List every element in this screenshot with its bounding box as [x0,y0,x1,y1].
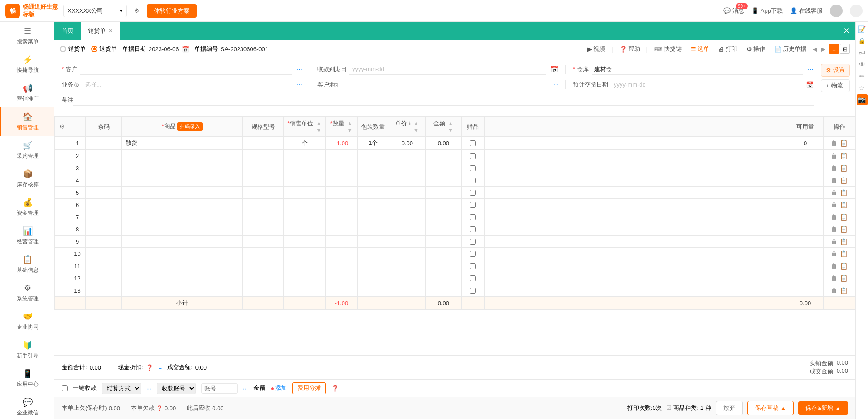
copy-row-button[interactable]: 📋 [840,177,848,184]
print-btn[interactable]: 🖨 打印 [716,43,740,54]
sidebar-item-collab[interactable]: 🤝 企业协同 [0,307,54,336]
radio-return[interactable]: 退货单 [91,45,117,53]
save-new-button[interactable]: 保存&新增 ▲ [798,401,848,415]
app-download-button[interactable]: 📱 App下载 [752,7,783,15]
copy-row-button[interactable]: 📋 [840,262,848,270]
help-debt-icon[interactable]: ❓ [156,405,163,411]
abandon-button[interactable]: 放弃 [716,401,743,415]
rp-tag-icon[interactable]: 🏷 [857,47,868,58]
next-record-icon[interactable]: ▶ [821,46,825,53]
delete-row-button[interactable]: 🗑 [831,140,837,147]
shortcut-btn[interactable]: ⌨ 快捷键 [651,43,684,54]
delete-row-button[interactable]: 🗑 [831,177,837,184]
salesperson-input[interactable] [82,79,292,90]
sidebar-item-marketing[interactable]: 📢 营销推广 [0,79,54,107]
delete-row-button[interactable]: 🗑 [831,226,837,233]
radio-sales[interactable]: 销货单 [60,45,86,53]
rp-lock-icon[interactable]: 🔒 [857,35,868,46]
gift-checkbox[interactable] [470,153,476,159]
account-select[interactable]: 收款账号 [157,383,196,394]
copy-row-button[interactable]: 📋 [840,275,848,282]
trial-button[interactable]: 体验行业方案 [147,4,197,18]
topbar-settings-button[interactable]: ⚙ [131,5,143,17]
remarks-input[interactable] [73,95,814,106]
settlement-method-select[interactable]: 结算方式 [102,383,141,394]
prev-record-icon[interactable]: ◀ [813,46,817,53]
one-click-payment-checkbox[interactable] [62,385,68,391]
sidebar-item-wechat[interactable]: 💬 企业微信 [0,393,54,419]
online-service-button[interactable]: 👤 在线客服 [790,7,823,15]
copy-row-button[interactable]: 📋 [840,201,848,208]
gift-checkbox[interactable] [470,202,476,208]
list-layout-icon[interactable]: ≡ [829,44,839,54]
payment-due-input[interactable] [349,64,546,75]
th-settings[interactable]: ⚙ [55,117,69,137]
copy-row-button[interactable]: 📋 [840,287,848,294]
avatar2[interactable] [850,5,863,17]
rp-star-icon[interactable]: ☆ [857,82,868,93]
delete-row-button[interactable]: 🗑 [831,189,837,196]
delete-row-button[interactable]: 🗑 [831,275,837,282]
tab-close-icon[interactable]: ✕ [108,28,113,34]
warehouse-dots-icon[interactable]: ··· [808,65,814,73]
copy-row-button[interactable]: 📋 [840,213,848,221]
account-input[interactable] [201,383,238,394]
save-draft-button[interactable]: 保存草稿 ▲ [747,401,794,415]
sidebar-item-finance[interactable]: 💰 资金管理 [0,193,54,222]
sidebar-item-search[interactable]: ☰ 搜索菜单 [0,22,54,50]
table-container[interactable]: ⚙ 条码 *商品 扫码录入 规格型号 [54,116,855,355]
gift-checkbox[interactable] [470,239,476,245]
delete-row-button[interactable]: 🗑 [831,152,837,159]
tab-close-all-icon[interactable]: ✕ [843,26,850,36]
messages-button[interactable]: 💬 消息 99+ [723,7,744,15]
payment-calendar-icon[interactable]: 📅 [550,66,558,73]
add-payment-button[interactable]: ● 添加 [271,384,287,392]
rp-note-icon[interactable]: 📝 [857,24,868,34]
calendar-icon[interactable]: 📅 [182,46,189,53]
gift-checkbox[interactable] [470,251,476,257]
select-btn[interactable]: ☰ 选单 [688,43,712,54]
delete-row-button[interactable]: 🗑 [831,201,837,208]
gift-checkbox[interactable] [470,190,476,196]
delete-row-button[interactable]: 🗑 [831,238,837,245]
customer-address-input[interactable] [344,79,548,90]
sidebar-item-system[interactable]: ⚙ 系统管理 [0,279,54,307]
scan-barcode-button[interactable]: 扫码录入 [177,122,203,131]
gift-checkbox[interactable] [470,165,476,171]
copy-row-button[interactable]: 📋 [840,140,848,147]
tab-home[interactable]: 首页 [54,22,81,40]
gift-checkbox[interactable] [470,214,476,220]
gift-checkbox[interactable] [470,178,476,183]
gift-checkbox[interactable] [470,288,476,294]
sidebar-item-inventory[interactable]: 📦 库存核算 [0,164,54,193]
copy-row-button[interactable]: 📋 [840,152,848,159]
customer-dots-icon[interactable]: ··· [296,65,302,73]
sidebar-item-guide[interactable]: 🔰 新手引导 [0,336,54,364]
expense-split-button[interactable]: 费用分摊 [292,382,326,394]
address-dots-icon[interactable]: ··· [552,81,558,89]
delete-row-button[interactable]: 🗑 [831,164,837,172]
gift-checkbox[interactable] [470,226,476,232]
grid-layout-icon[interactable]: ⊞ [840,44,850,54]
salesperson-dots-icon[interactable]: ··· [296,81,302,89]
account-dots-icon[interactable]: ··· [243,385,248,392]
copy-row-button[interactable]: 📋 [840,189,848,196]
rp-eye-icon[interactable]: 👁 [857,59,868,70]
settlement-dots-icon[interactable]: ··· [146,385,151,392]
company-selector[interactable]: XXXXXX公司 ▾ [63,5,127,17]
tab-sales-order[interactable]: 销货单 ✕ [81,22,120,40]
delete-row-button[interactable]: 🗑 [831,213,837,221]
gift-checkbox[interactable] [470,140,476,146]
expense-help-icon[interactable]: ❓ [331,385,339,392]
delete-row-button[interactable]: 🗑 [831,287,837,294]
copy-row-button[interactable]: 📋 [840,226,848,233]
history-btn[interactable]: 📄 历史单据 [771,43,809,54]
delivery-date-input[interactable] [611,79,801,90]
delete-row-button[interactable]: 🗑 [831,262,837,270]
sidebar-item-quick-nav[interactable]: ⚡ 快捷导航 [0,50,54,79]
video-btn[interactable]: ▶ 视频 [585,43,608,54]
sidebar-item-appstore[interactable]: 📱 应用中心 [0,364,54,393]
operation-btn[interactable]: ⚙ 操作 [744,43,768,54]
rp-scan-icon[interactable]: 📷 [857,94,868,105]
gift-checkbox[interactable] [470,275,476,281]
